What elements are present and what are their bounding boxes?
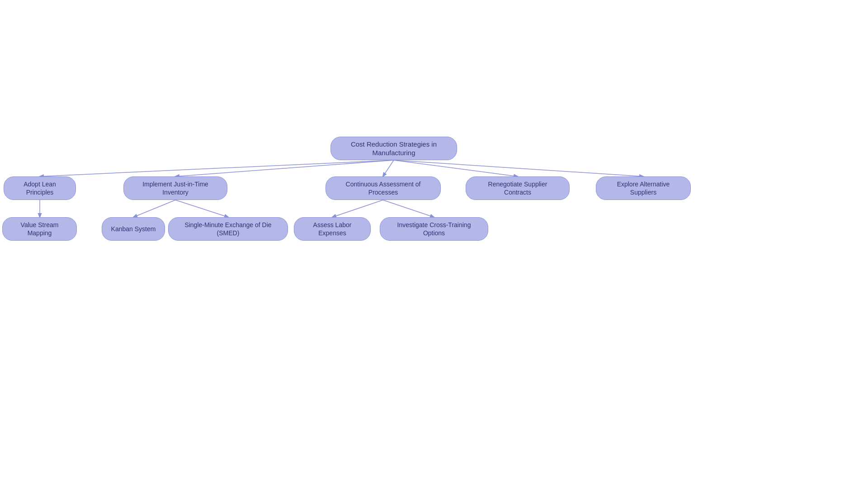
node-explore-alt[interactable]: Explore Alternative Suppliers bbox=[596, 176, 691, 200]
node-smed[interactable]: Single-Minute Exchange of Die (SMED) bbox=[168, 217, 288, 241]
node-value-stream[interactable]: Value Stream Mapping bbox=[2, 217, 77, 241]
node-just-in-time[interactable]: Implement Just-in-Time Inventory bbox=[123, 176, 227, 200]
node-cross-training[interactable]: Investigate Cross-Training Options bbox=[380, 217, 488, 241]
svg-line-3 bbox=[394, 160, 518, 176]
node-adopt-lean[interactable]: Adopt Lean Principles bbox=[4, 176, 76, 200]
connections-svg bbox=[0, 0, 868, 490]
svg-line-2 bbox=[383, 160, 394, 176]
svg-line-9 bbox=[383, 200, 434, 217]
node-renegotiate[interactable]: Renegotiate Supplier Contracts bbox=[466, 176, 570, 200]
diagram-container: Cost Reduction Strategies in Manufacturi… bbox=[0, 0, 868, 490]
node-kanban[interactable]: Kanban System bbox=[102, 217, 165, 241]
node-assess-labor[interactable]: Assess Labor Expenses bbox=[294, 217, 371, 241]
svg-line-8 bbox=[332, 200, 383, 217]
svg-line-1 bbox=[175, 160, 394, 176]
svg-line-7 bbox=[175, 200, 228, 217]
node-continuous[interactable]: Continuous Assessment of Processes bbox=[326, 176, 441, 200]
svg-line-6 bbox=[133, 200, 175, 217]
svg-line-0 bbox=[40, 160, 394, 176]
node-root[interactable]: Cost Reduction Strategies in Manufacturi… bbox=[330, 137, 457, 160]
svg-line-4 bbox=[394, 160, 643, 176]
